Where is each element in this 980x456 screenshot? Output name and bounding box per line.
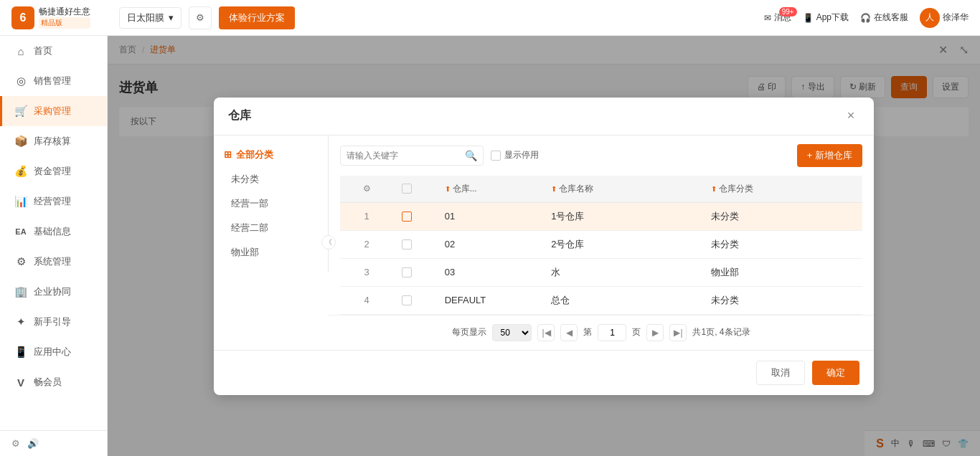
- sidebar-item-purchase[interactable]: 🛒 采购管理: [0, 96, 107, 126]
- top-header: 6 畅捷通好生意 精品版 日太阳膜 ▾ ⚙ 体验行业方案 ✉ 消息 99+ 📱 …: [0, 0, 980, 36]
- page-label: 第: [583, 326, 592, 338]
- sidebar-item-guide[interactable]: ✦ 新手引导: [0, 307, 107, 337]
- cell-checkbox: [393, 258, 435, 286]
- username: 徐泽华: [943, 11, 969, 24]
- cell-index: 4: [340, 286, 393, 314]
- search-input[interactable]: [347, 151, 465, 161]
- row-checkbox[interactable]: [402, 212, 412, 222]
- store-selector[interactable]: 日太阳膜 ▾: [119, 7, 182, 29]
- table-row[interactable]: 2 02 2号仓库 未分类: [340, 230, 862, 258]
- logo-icon: 6: [11, 6, 34, 29]
- th-code-label: 仓库...: [453, 183, 477, 195]
- pagination-bar: 每页显示 50 10 20 100 |◀ ◀ 第 页: [329, 315, 874, 350]
- collapse-panel-button[interactable]: 《: [321, 235, 336, 250]
- appcenter-icon: 📱: [14, 346, 28, 358]
- confirm-button[interactable]: 确定: [812, 361, 859, 385]
- sort-icon-cat: ⬆: [711, 185, 717, 193]
- first-page-button[interactable]: |◀: [537, 324, 555, 341]
- th-name-label: 仓库名称: [559, 183, 593, 195]
- sidebar-item-basic[interactable]: EA 基础信息: [0, 217, 107, 247]
- basic-icon: EA: [14, 227, 28, 236]
- app-download-label: App下载: [816, 11, 849, 24]
- avatar: 人: [920, 8, 940, 28]
- table-row[interactable]: 1 01 1号仓库 未分类: [340, 202, 862, 230]
- user-profile[interactable]: 人 徐泽华: [920, 8, 969, 28]
- trial-button[interactable]: 体验行业方案: [219, 6, 295, 29]
- logo-badge: 精品版: [39, 17, 90, 29]
- enterprise-icon: 🏢: [14, 285, 28, 298]
- cell-category: 未分类: [702, 286, 862, 314]
- app-download-button[interactable]: 📱 App下载: [803, 11, 849, 24]
- th-code[interactable]: ⬆ 仓库...: [436, 176, 543, 203]
- table-row[interactable]: 3 03 水 物业部: [340, 258, 862, 286]
- cell-checkbox: [393, 230, 435, 258]
- show-disabled-checkbox[interactable]: [491, 151, 501, 161]
- cancel-button[interactable]: 取消: [756, 361, 805, 385]
- sidebar-item-enterprise[interactable]: 🏢 企业协同: [0, 277, 107, 307]
- settings-small-icon[interactable]: ⚙: [11, 438, 20, 449]
- search-icon: 🔍: [465, 150, 477, 161]
- data-table: ⚙ ⬆ 仓库...: [340, 176, 862, 315]
- sidebar-item-home[interactable]: ⌂ 首页: [0, 36, 107, 66]
- sidebar-label-enterprise: 企业协同: [34, 285, 71, 298]
- sidebar-label-sales: 销售管理: [34, 75, 71, 87]
- cell-checkbox: [393, 286, 435, 314]
- category-panel: ⊞ 全部分类 未分类 经营一部 经营二部 物业部: [214, 136, 329, 272]
- sort-icon-code: ⬆: [445, 185, 451, 193]
- cell-code: 03: [436, 258, 543, 286]
- row-checkbox[interactable]: [402, 267, 412, 277]
- modal-close-button[interactable]: ×: [842, 108, 859, 125]
- table-header-row: ⚙ ⬆ 仓库...: [340, 176, 862, 203]
- page-input[interactable]: [598, 324, 626, 341]
- gear-icon: ⚙: [196, 12, 204, 23]
- category-all[interactable]: ⊞ 全部分类: [214, 143, 328, 167]
- cell-name: 2号仓库: [542, 230, 702, 258]
- category-item-property[interactable]: 物业部: [214, 240, 328, 265]
- th-checkbox: [393, 176, 435, 203]
- headset-icon: 🎧: [860, 13, 871, 23]
- sidebar-nav: ⌂ 首页 ◎ 销售管理 🛒 采购管理 📦 库存核算 💰 资金管理 📊 经营管: [0, 36, 107, 430]
- sidebar-item-member[interactable]: V 畅会员: [0, 367, 107, 397]
- sidebar-item-sales[interactable]: ◎ 销售管理: [0, 66, 107, 96]
- sidebar-item-system[interactable]: ⚙ 系统管理: [0, 247, 107, 277]
- per-page-select[interactable]: 50 10 20 100: [492, 324, 532, 341]
- last-page-button[interactable]: ▶|: [669, 324, 687, 341]
- online-service-label: 在线客服: [874, 11, 908, 24]
- sidebar-label-purchase: 采购管理: [34, 105, 71, 118]
- prev-page-button[interactable]: ◀: [560, 324, 578, 341]
- logo-title: 畅捷通好生意: [39, 6, 90, 18]
- cell-name: 水: [542, 258, 702, 286]
- speaker-icon[interactable]: 🔊: [27, 438, 39, 449]
- sidebar-item-operation[interactable]: 📊 经营管理: [0, 186, 107, 217]
- online-service-button[interactable]: 🎧 在线客服: [860, 11, 908, 24]
- per-page-label: 每页显示: [452, 326, 486, 338]
- main-layout: ⌂ 首页 ◎ 销售管理 🛒 采购管理 📦 库存核算 💰 资金管理 📊 经营管: [0, 36, 980, 456]
- sidebar-item-appcenter[interactable]: 📱 应用中心: [0, 337, 107, 367]
- home-icon: ⌂: [14, 45, 28, 57]
- table-row[interactable]: 4 DEFAULT 总仓 未分类: [340, 286, 862, 314]
- messages-button[interactable]: ✉ 消息 99+: [764, 11, 791, 24]
- settings-button[interactable]: ⚙: [189, 6, 212, 29]
- row-checkbox[interactable]: [402, 295, 412, 305]
- category-item-ops1[interactable]: 经营一部: [214, 191, 328, 216]
- modal-title: 仓库: [228, 108, 251, 123]
- category-all-label: 全部分类: [236, 148, 273, 161]
- category-item-ops2[interactable]: 经营二部: [214, 216, 328, 240]
- sidebar-item-capital[interactable]: 💰 资金管理: [0, 156, 107, 186]
- add-warehouse-button[interactable]: + 新增仓库: [797, 144, 862, 167]
- sidebar-label-appcenter: 应用中心: [34, 346, 71, 358]
- gear-icon-th: ⚙: [363, 184, 371, 194]
- th-category[interactable]: ⬆ 仓库分类: [702, 176, 862, 203]
- guide-icon: ✦: [14, 315, 28, 328]
- select-all-checkbox[interactable]: [402, 184, 412, 194]
- category-item-unclassified[interactable]: 未分类: [214, 167, 328, 191]
- member-icon: V: [14, 376, 28, 389]
- sidebar-label-guide: 新手引导: [34, 315, 71, 328]
- sort-icon-name: ⬆: [551, 185, 557, 193]
- row-checkbox[interactable]: [402, 239, 412, 250]
- th-settings: ⚙: [340, 176, 393, 203]
- th-name[interactable]: ⬆ 仓库名称: [542, 176, 702, 203]
- sidebar-item-inventory[interactable]: 📦 库存核算: [0, 126, 107, 156]
- next-page-button[interactable]: ▶: [646, 324, 664, 341]
- category-panel-wrap: ⊞ 全部分类 未分类 经营一部 经营二部 物业部 《: [214, 136, 329, 350]
